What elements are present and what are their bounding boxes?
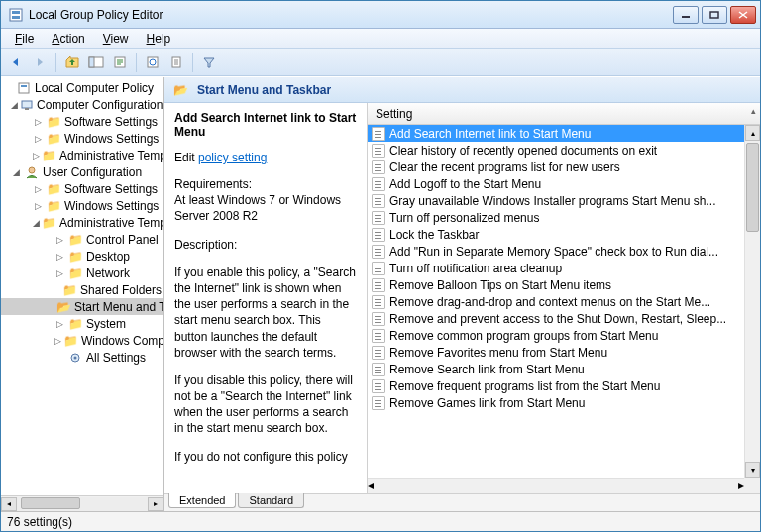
tree-windows-components[interactable]: ▷📁Windows Components — [1, 332, 163, 349]
policy-item-icon — [372, 312, 385, 326]
policy-item-icon — [372, 144, 385, 158]
tree-system[interactable]: ▷📁System — [1, 315, 163, 332]
list-item[interactable]: Add "Run in Separate Memory Space" check… — [368, 243, 744, 260]
list-item[interactable]: Add Logoff to the Start Menu — [368, 175, 744, 192]
edit-policy-link[interactable]: policy setting — [198, 151, 267, 164]
list-item[interactable]: Remove common program groups from Start … — [368, 327, 744, 344]
scroll-left-icon[interactable]: ◂ — [1, 497, 17, 511]
description-label: Description: — [174, 238, 237, 252]
minimize-button[interactable] — [673, 6, 699, 24]
list-column-header[interactable]: Setting ▴ — [368, 103, 760, 125]
tree-uc-admin[interactable]: ◢📁Administrative Templates — [1, 214, 163, 231]
list-item[interactable]: Remove Games link from Start Menu — [368, 394, 744, 411]
window-title: Local Group Policy Editor — [29, 8, 673, 22]
list-item-label: Lock the Taskbar — [389, 228, 480, 242]
list-item[interactable]: Turn off personalized menus — [368, 209, 744, 226]
tree-network[interactable]: ▷📁Network — [1, 265, 163, 281]
column-sort-icon: ▴ — [751, 106, 756, 116]
hscroll-thumb[interactable] — [21, 497, 80, 509]
collapse-icon[interactable]: ◢ — [11, 99, 18, 110]
tree-computer-config[interactable]: ◢Computer Configuration — [1, 96, 163, 113]
mmc-icon — [9, 8, 23, 22]
menu-file[interactable]: File — [7, 31, 42, 47]
svg-rect-14 — [25, 108, 29, 110]
list-item[interactable]: Remove Balloon Tips on Start Menu items — [368, 276, 744, 293]
list-item-label: Remove common program groups from Start … — [389, 329, 658, 343]
policy-item-icon — [372, 396, 385, 410]
list-item-label: Gray unavailable Windows Installer progr… — [389, 194, 715, 208]
menu-view[interactable]: View — [95, 31, 137, 47]
list-item[interactable]: Add Search Internet link to Start Menu — [368, 125, 744, 142]
list-item[interactable]: Turn off notification area cleanup — [368, 260, 744, 276]
scroll-right-icon[interactable]: ▸ — [148, 497, 163, 511]
tree-shared-folders[interactable]: 📁Shared Folders — [1, 281, 163, 298]
list-item[interactable]: Clear the recent programs list for new u… — [368, 159, 744, 175]
tree-root[interactable]: Local Computer Policy — [1, 79, 163, 96]
settings-list[interactable]: Add Search Internet link to Start MenuCl… — [368, 125, 744, 493]
scroll-down-icon[interactable]: ▾ — [745, 462, 760, 478]
tree-control-panel[interactable]: ▷📁Control Panel — [1, 231, 163, 248]
refresh-button[interactable] — [142, 52, 163, 73]
back-button[interactable] — [5, 52, 27, 73]
tree-cc-software[interactable]: ▷📁Software Settings — [1, 113, 163, 130]
description-p2: If you disable this policy, there will n… — [174, 372, 357, 437]
list-vscroll[interactable]: ▴ ▾ — [744, 125, 760, 478]
filter-button[interactable] — [198, 52, 220, 73]
list-item-label: Remove drag-and-drop and context menus o… — [389, 295, 710, 309]
tree-uc-windows[interactable]: ▷📁Windows Settings — [1, 197, 163, 214]
list-item[interactable]: Remove Favorites menu from Start Menu — [368, 344, 744, 361]
list-item-label: Remove Favorites menu from Start Menu — [389, 346, 607, 360]
tree-hscroll[interactable]: ◂ ▸ — [1, 495, 163, 511]
settings-icon — [67, 350, 83, 366]
svg-rect-12 — [21, 85, 27, 87]
properties-button[interactable] — [109, 52, 131, 73]
tree-cc-windows[interactable]: ▷📁Windows Settings — [1, 130, 163, 147]
policy-item-icon — [372, 363, 385, 376]
view-tabs: Extended Standard — [164, 493, 760, 511]
show-hide-tree-button[interactable] — [85, 52, 107, 73]
list-item[interactable]: Clear history of recently opened documen… — [368, 142, 744, 159]
policy-item-icon — [372, 245, 385, 259]
tree-cc-admin[interactable]: ▷📁Administrative Templates — [1, 147, 163, 163]
svg-rect-13 — [22, 101, 32, 108]
list-item[interactable]: Remove frequent programs list from the S… — [368, 377, 744, 394]
setting-title: Add Search Internet link to Start Menu — [174, 111, 357, 139]
list-hscroll[interactable]: ◂ ▸ — [368, 478, 744, 493]
policy-item-icon — [372, 211, 385, 225]
up-button[interactable] — [61, 52, 83, 73]
list-item[interactable]: Remove Search link from Start Menu — [368, 361, 744, 377]
description-p1: If you enable this policy, a "Search the… — [174, 265, 357, 361]
list-item[interactable]: Remove drag-and-drop and context menus o… — [368, 293, 744, 310]
menu-action[interactable]: Action — [44, 31, 92, 47]
menu-help[interactable]: Help — [139, 31, 179, 47]
expand-icon[interactable]: ▷ — [33, 116, 44, 127]
close-button[interactable] — [730, 6, 756, 24]
scroll-up-icon[interactable]: ▴ — [745, 125, 760, 141]
list-item[interactable]: Lock the Taskbar — [368, 226, 744, 243]
policy-item-icon — [372, 346, 385, 360]
forward-button[interactable] — [29, 52, 51, 73]
tree-user-config[interactable]: ◢User Configuration — [1, 163, 163, 180]
tree-view[interactable]: Local Computer Policy ◢Computer Configur… — [1, 77, 163, 495]
tree-all-settings[interactable]: All Settings — [1, 349, 163, 366]
export-button[interactable] — [165, 52, 187, 73]
svg-point-17 — [74, 356, 77, 359]
list-item[interactable]: Gray unavailable Windows Installer progr… — [368, 192, 744, 209]
list-item-label: Remove and prevent access to the Shut Do… — [389, 312, 726, 326]
svg-rect-6 — [89, 57, 94, 67]
category-header: 📂 Start Menu and Taskbar — [164, 77, 760, 103]
policy-item-icon — [372, 177, 385, 191]
vscroll-thumb[interactable] — [746, 143, 759, 232]
tree-uc-software[interactable]: ▷📁Software Settings — [1, 180, 163, 197]
policy-item-icon — [372, 329, 385, 343]
tree-desktop[interactable]: ▷📁Desktop — [1, 248, 163, 265]
maximize-button[interactable] — [702, 6, 727, 24]
tab-extended[interactable]: Extended — [168, 493, 236, 508]
toolbar — [1, 49, 760, 76]
policy-item-icon — [372, 295, 385, 309]
svg-rect-3 — [682, 16, 690, 18]
svg-rect-4 — [710, 12, 718, 18]
list-item[interactable]: Remove and prevent access to the Shut Do… — [368, 310, 744, 327]
tab-standard[interactable]: Standard — [238, 493, 304, 508]
tree-startmenu-taskbar[interactable]: 📂Start Menu and Taskbar — [1, 298, 163, 315]
